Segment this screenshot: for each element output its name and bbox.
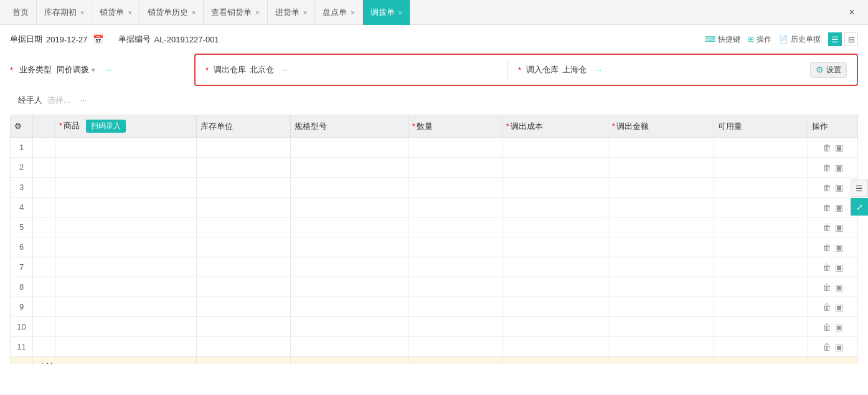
business-type-value: 同价调拨 xyxy=(57,64,89,75)
side-list-btn[interactable]: ☰ xyxy=(851,179,868,197)
tab-sales-history[interactable]: 销货单历史 × xyxy=(140,0,204,25)
table-row: 5🗑▣ xyxy=(11,217,858,237)
copy-icon-9[interactable]: ▣ xyxy=(835,302,843,312)
tab-transfer[interactable]: 调拨单 × xyxy=(363,0,410,25)
side-toolbar: ☰ ⤢ xyxy=(851,179,868,216)
delete-icon-2[interactable]: 🗑 xyxy=(823,163,831,173)
shortcuts-btn[interactable]: ⌨ 快捷键 xyxy=(705,34,740,45)
th-gear[interactable]: ⚙ xyxy=(11,115,33,138)
side-expand-icon: ⤢ xyxy=(856,202,863,212)
table-row: 10🗑▣ xyxy=(11,317,858,337)
tab-bar: 首页 库存期初 × 销货单 × 销货单历史 × 查看销货单 × 进货单 × 盘点… xyxy=(0,0,868,25)
dropdown-icon: ▾ xyxy=(92,66,95,74)
copy-icon-6[interactable]: ▣ xyxy=(835,242,843,252)
delete-icon-8[interactable]: 🗑 xyxy=(823,282,831,292)
source-wh-more[interactable]: ··· xyxy=(283,65,289,74)
th-amount: *调出金额 xyxy=(608,115,714,138)
tab-stocktake[interactable]: 盘点单 × xyxy=(315,0,362,25)
business-type-label: 业务类型 xyxy=(19,64,52,75)
target-wh-label: 调入仓库 xyxy=(526,64,559,75)
delete-icon-9[interactable]: 🗑 xyxy=(823,302,831,312)
tab-view-sales[interactable]: 查看销货单 × xyxy=(204,0,267,25)
list-view-btn-2[interactable]: ⊟ xyxy=(844,32,858,46)
close-tab-sales-order[interactable]: × xyxy=(128,9,131,16)
gear-icon: ⚙ xyxy=(14,121,22,131)
delete-icon-1[interactable]: 🗑 xyxy=(823,143,831,153)
close-tab-view-sales[interactable]: × xyxy=(255,9,259,16)
main-content: 单据日期 2019-12-27 📅 单据编号 AL-20191227-001 ⌨… xyxy=(0,25,868,371)
history-icon: 📄 xyxy=(779,35,788,44)
table-wrapper: ⚙ *商品 扫码录入 库存单位 规格型号 *数量 *调出成本 *调出金额 可用量… xyxy=(10,115,858,364)
table-row: 3🗑▣ xyxy=(11,178,858,198)
tab-home[interactable]: 首页 xyxy=(5,0,37,25)
delete-icon-5[interactable]: 🗑 xyxy=(823,222,831,232)
close-tab-stocktake[interactable]: × xyxy=(351,9,354,16)
date-value: 2019-12-27 xyxy=(46,35,88,44)
handler-select[interactable]: 选择... xyxy=(47,95,70,106)
target-wh-more[interactable]: ··· xyxy=(595,65,601,74)
th-op: 操作 xyxy=(808,115,858,138)
date-label: 单据日期 xyxy=(10,34,42,45)
table-row: 4🗑▣ xyxy=(11,198,858,217)
handler-more[interactable]: ··· xyxy=(80,96,87,105)
copy-icon-3[interactable]: ▣ xyxy=(835,183,843,193)
table-row: 11🗑▣ xyxy=(11,337,858,357)
ops-icon: ⊞ xyxy=(748,35,754,44)
scan-btn[interactable]: 扫码录入 xyxy=(86,120,126,133)
copy-icon-8[interactable]: ▣ xyxy=(835,282,843,292)
source-wh-required: * xyxy=(205,65,209,75)
close-all-tabs[interactable]: × xyxy=(841,0,863,25)
form-row3: 经手人 选择... ··· xyxy=(10,95,858,106)
warehouse-box: * 调出仓库 北京仓 ··· * 调入仓库 上海仓 ··· ⚙ 设置 xyxy=(194,54,858,86)
copy-icon-5[interactable]: ▣ xyxy=(835,222,843,232)
form-header: 单据日期 2019-12-27 📅 单据编号 AL-20191227-001 ⌨… xyxy=(10,32,858,46)
copy-icon-7[interactable]: ▣ xyxy=(835,262,843,272)
close-tab-sales-history[interactable]: × xyxy=(192,9,196,16)
operations-btn[interactable]: ⊞ 操作 xyxy=(748,34,771,45)
shortcut-icon: ⌨ xyxy=(705,35,715,44)
calendar-icon[interactable]: 📅 xyxy=(93,34,103,44)
subtotal-avail: 0.00 xyxy=(714,357,808,364)
copy-icon-4[interactable]: ▣ xyxy=(835,202,843,212)
target-wh-value: 上海仓 xyxy=(562,64,587,75)
copy-icon-2[interactable]: ▣ xyxy=(835,163,843,173)
toolbar-right: ⌨ 快捷键 ⊞ 操作 📄 历史单据 ☰ ⊟ xyxy=(705,32,858,46)
business-type-required: * xyxy=(10,65,13,75)
docno-label: 单据编号 xyxy=(118,34,151,45)
docno-value: AL-20191227-001 xyxy=(154,35,219,44)
list-view-btn-1[interactable]: ☰ xyxy=(828,32,842,46)
close-tab-transfer[interactable]: × xyxy=(399,9,402,16)
close-tab-purchase[interactable]: × xyxy=(303,9,307,16)
delete-icon-6[interactable]: 🗑 xyxy=(823,242,831,252)
tab-inventory-init[interactable]: 库存期初 × xyxy=(37,0,92,25)
copy-icon-10[interactable]: ▣ xyxy=(835,322,843,332)
table-row: 2🗑▣ xyxy=(11,158,858,178)
th-qty: *数量 xyxy=(408,115,502,138)
table-row: 6🗑▣ xyxy=(11,237,858,257)
target-warehouse-item: * 调入仓库 上海仓 ··· xyxy=(518,64,810,75)
subtotal-amount: 0.00 xyxy=(608,357,714,364)
business-type-select[interactable]: 同价调拨 ▾ xyxy=(57,64,95,75)
history-btn[interactable]: 📄 历史单据 xyxy=(779,34,821,45)
delete-icon-7[interactable]: 🗑 xyxy=(823,262,831,272)
copy-icon-11[interactable]: ▣ xyxy=(835,342,843,352)
side-expand-btn[interactable]: ⤢ xyxy=(851,198,868,216)
view-toggle-group: ☰ ⊟ xyxy=(828,32,858,46)
close-tab-inventory-init[interactable]: × xyxy=(80,9,84,16)
tab-sales-order[interactable]: 销货单 × xyxy=(92,0,139,25)
settings-gear-icon: ⚙ xyxy=(816,65,824,75)
tab-purchase[interactable]: 进货单 × xyxy=(268,0,315,25)
subtotal-label: 小计 xyxy=(33,357,197,364)
table-row: 7🗑▣ xyxy=(11,257,858,277)
th-spec: 规格型号 xyxy=(290,115,408,138)
copy-icon-1[interactable]: ▣ xyxy=(835,143,843,153)
th-product: *商品 扫码录入 xyxy=(55,115,197,138)
delete-icon-10[interactable]: 🗑 xyxy=(823,322,831,332)
subtotal-cost: 0.00 xyxy=(502,357,608,364)
delete-icon-4[interactable]: 🗑 xyxy=(823,202,831,212)
settings-btn[interactable]: ⚙ 设置 xyxy=(810,62,847,78)
business-type-more[interactable]: ··· xyxy=(105,65,111,74)
delete-icon-11[interactable]: 🗑 xyxy=(823,342,831,352)
delete-icon-3[interactable]: 🗑 xyxy=(823,183,831,193)
business-type-section: * 业务类型 同价调拨 ▾ ··· xyxy=(10,64,184,75)
